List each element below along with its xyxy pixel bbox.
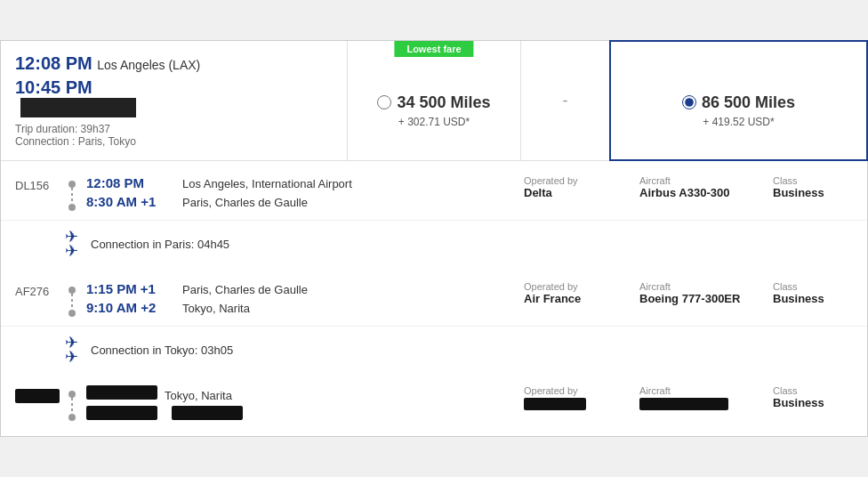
operated-col-1: Operated by Delta (515, 175, 631, 199)
operated-col-2: Operated by Air France (515, 281, 631, 305)
connection-text-2: Connection in Tokyo: 03h05 (91, 344, 233, 357)
last-segment: Tokyo, Narita Operated by Aircraft Class… (1, 373, 867, 436)
connection-1: ✈ ✈ Connection in Paris: 04h45 (1, 221, 867, 267)
flight-times: 12:08 PM Los Angeles (LAX) 10:45 PM (15, 53, 333, 117)
trip-duration-label: Trip duration: (15, 123, 77, 135)
fare-usd-1: + 302.71 USD* (398, 116, 470, 128)
last-aircraft-redacted (639, 398, 728, 410)
dot-depart-1 (68, 181, 76, 188)
plane-stack-1: ✈ ✈ (65, 230, 78, 258)
fare-miles-2: 86 500 Miles (702, 93, 795, 112)
dash-col: - (521, 41, 610, 160)
aircraft-col-2: Aircraft Boeing 777-300ER (631, 281, 764, 305)
time-city-arrive-2: 9:10 AM +2 Tokyo, Narita (86, 300, 515, 315)
last-arrive-city-redacted (172, 406, 243, 420)
last-depart-city: Tokyo, Narita (165, 389, 232, 402)
times-cities-last: Tokyo, Narita (86, 385, 515, 424)
time-city-arrive-last (86, 406, 515, 420)
aircraft-col-1: Aircraft Airbus A330-300 (631, 175, 764, 199)
flight-code-1: DL156 (15, 175, 68, 192)
plane-icon-bot-1: ✈ (65, 241, 78, 261)
connection-text-1: Connection in Paris: 04h45 (91, 238, 229, 251)
dot-line-last (71, 398, 73, 414)
operated-label-1: Operated by (524, 175, 631, 186)
dot-line-1 (71, 188, 73, 204)
segment-2: AF276 1:15 PM +1 Paris, Charles de Gaull… (1, 267, 867, 327)
last-operator-redacted (524, 398, 586, 410)
flight-info: 12:08 PM Los Angeles (LAX) 10:45 PM Trip… (1, 41, 348, 160)
fare-radio-row-2[interactable]: 86 500 Miles (682, 93, 795, 112)
time-city-depart-1: 12:08 PM Los Angeles, International Airp… (86, 175, 515, 190)
time-city-arrive-1: 8:30 AM +1 Paris, Charles de Gaulle (86, 194, 515, 209)
class-label-2: Class (773, 281, 853, 292)
fare-option-2[interactable]: 86 500 Miles + 419.52 USD* (609, 40, 868, 161)
seg-depart-time-1: 12:08 PM (86, 175, 175, 190)
header-row: 12:08 PM Los Angeles (LAX) 10:45 PM Trip… (1, 41, 867, 161)
operator-1: Delta (524, 186, 631, 199)
depart-time-value: 12:08 PM (15, 53, 92, 73)
seg-depart-time-2: 1:15 PM +1 (86, 281, 175, 296)
dot-depart-last (68, 391, 76, 398)
times-cities-2: 1:15 PM +1 Paris, Charles de Gaulle 9:10… (86, 281, 515, 319)
connection-cities: Paris, Tokyo (78, 135, 136, 148)
fare-option-2-content: 86 500 Miles + 419.52 USD* (682, 54, 795, 147)
segment-1: DL156 12:08 PM Los Angeles, Internationa… (1, 161, 867, 221)
dot-line-2 (71, 294, 73, 310)
operated-col-last: Operated by (515, 385, 631, 413)
dot-depart-2 (68, 287, 76, 294)
depart-city: Los Angeles (LAX) (97, 58, 200, 72)
stops-col-2 (68, 281, 76, 317)
lowest-fare-banner: Lowest fare (394, 41, 473, 57)
operator-2: Air France (524, 292, 631, 305)
seg-arrive-time-2: 9:10 AM +2 (86, 300, 175, 315)
segment-1-header: DL156 12:08 PM Los Angeles, Internationa… (15, 175, 853, 213)
fare-radio-row-1[interactable]: 34 500 Miles (377, 93, 490, 112)
trip-duration: 39h37 (81, 123, 110, 135)
class-val-2: Business (773, 292, 853, 305)
seg-depart-city-2: Paris, Charles de Gaulle (182, 283, 308, 296)
plane-stack-2: ✈ ✈ (65, 336, 78, 364)
fare-usd-2: + 419.52 USD* (703, 116, 774, 128)
arrive-city-redacted (20, 98, 136, 117)
segment-2-header: AF276 1:15 PM +1 Paris, Charles de Gaull… (15, 281, 853, 319)
class-col-last: Class Business (764, 385, 853, 409)
code-1-value: DL156 (15, 179, 49, 192)
seg-arrive-city-1: Paris, Charles de Gaulle (182, 196, 308, 209)
fare-miles-1: 34 500 Miles (397, 93, 490, 112)
seg-arrive-city-2: Tokyo, Narita (182, 302, 250, 315)
seg-depart-city-1: Los Angeles, International Airport (182, 177, 352, 190)
class-val-last: Business (773, 396, 853, 409)
connection-label: Connection : (15, 135, 75, 148)
aircraft-name-2: Boeing 777-300ER (639, 292, 764, 305)
aircraft-name-1: Airbus A330-300 (639, 186, 764, 199)
dash-value: - (563, 92, 568, 110)
fare-option-1[interactable]: Lowest fare 34 500 Miles + 302.71 USD* (348, 41, 521, 160)
class-col-2: Class Business (764, 281, 853, 305)
operated-label-2: Operated by (524, 281, 631, 292)
code-2-value: AF276 (15, 285, 49, 298)
class-label-1: Class (773, 175, 853, 186)
depart-time: 12:08 PM Los Angeles (LAX) (15, 53, 200, 73)
fare-radio-1[interactable] (377, 95, 391, 109)
stops-col-last (68, 385, 76, 421)
class-col-1: Class Business (764, 175, 853, 199)
aircraft-label-2: Aircraft (639, 281, 764, 292)
flight-code-2: AF276 (15, 281, 68, 298)
segments: DL156 12:08 PM Los Angeles, Internationa… (1, 161, 867, 436)
fare-radio-2[interactable] (682, 95, 696, 109)
operated-label-last: Operated by (524, 385, 631, 396)
dot-arrive-2 (68, 310, 76, 317)
flight-code-last (15, 385, 68, 406)
dot-arrive-1 (68, 204, 76, 211)
last-depart-time-redacted (86, 385, 157, 400)
arrive-time-value: 10:45 PM (15, 77, 333, 98)
connection-2: ✈ ✈ Connection in Tokyo: 03h05 (1, 327, 867, 373)
time-city-depart-last: Tokyo, Narita (86, 385, 515, 402)
stops-col-1 (68, 175, 76, 211)
fare-option-1-content: 34 500 Miles + 302.71 USD* (357, 53, 511, 148)
last-arrive-time-redacted (86, 406, 157, 420)
seg-arrive-time-1: 8:30 AM +1 (86, 194, 175, 209)
aircraft-label-1: Aircraft (639, 175, 764, 186)
aircraft-col-last: Aircraft (631, 385, 764, 413)
class-val-1: Business (773, 186, 853, 199)
